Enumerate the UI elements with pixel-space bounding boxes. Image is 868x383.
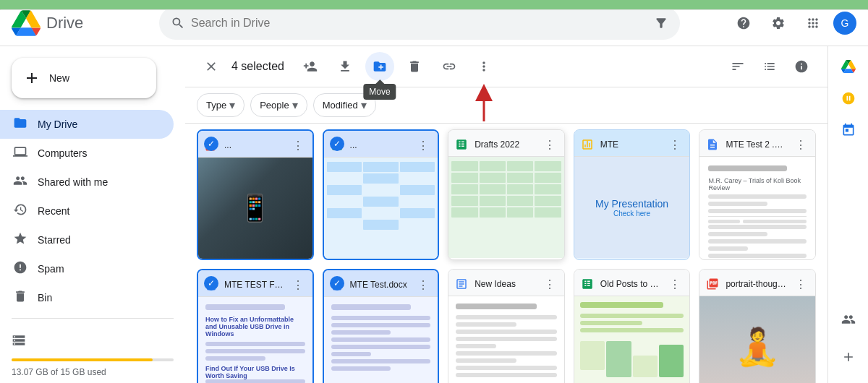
grid-section: ✓ ... ⋮ 📱 — [185, 124, 827, 383]
grid-item[interactable]: ✓ ... ⋮ — [323, 129, 440, 260]
shared-icon — [12, 173, 29, 192]
grid-item-header: ✓ ... ⋮ — [324, 131, 438, 158]
sidebar-item-recent[interactable]: Recent — [0, 197, 174, 225]
help-button[interactable] — [729, 9, 758, 38]
grid-item[interactable]: Drafts 2022 ⋮ — [448, 129, 565, 260]
settings-button[interactable] — [764, 9, 793, 38]
file-preview — [324, 297, 438, 383]
sidebar-divider — [12, 318, 174, 319]
avatar[interactable]: G — [833, 12, 856, 35]
toolbar: 4 selected Move — [185, 46, 827, 87]
file-preview: M.R. Carey – Trials of Koli Book Review — [699, 157, 815, 258]
sidebar-label-my-drive: My Drive — [38, 119, 77, 130]
grid-item-header: Drafts 2022 ⋮ — [448, 130, 564, 157]
add-app-sidebar-icon[interactable] — [834, 343, 863, 371]
grid-item[interactable]: Old Posts to Upd... ⋮ — [574, 269, 691, 383]
more-options-btn[interactable]: ⋮ — [792, 275, 809, 293]
sidebar-item-bin[interactable]: Bin — [0, 283, 174, 312]
people-chevron-icon: ▾ — [292, 98, 298, 112]
my-drive-icon — [12, 116, 29, 134]
link-button[interactable] — [435, 52, 464, 81]
file-name: ... — [224, 140, 284, 150]
grid-item-header: ✓ MTE Test.docx ⋮ — [324, 270, 438, 297]
new-button[interactable]: New — [12, 58, 156, 98]
sidebar-item-starred[interactable]: Starred — [0, 225, 174, 254]
sidebar-label-shared: Shared with me — [38, 176, 108, 188]
file-name: ... — [350, 140, 409, 150]
grid-item-header: portrait-thought... ⋮ — [699, 270, 815, 296]
storage-area: 13.07 GB of 15 GB used Get more storage — [0, 324, 185, 383]
selected-count: 4 selected — [231, 60, 284, 73]
grid-item[interactable]: ✓ MTE Test.docx ⋮ — [323, 269, 440, 383]
search-bar[interactable] — [159, 7, 680, 40]
computers-icon — [12, 145, 29, 163]
more-options-btn[interactable]: ⋮ — [414, 137, 432, 154]
grid-item-header: ✓ MTE TEST File.d... ⋮ — [198, 270, 312, 297]
sidebar-label-spam: Spam — [38, 263, 64, 275]
file-preview — [448, 296, 564, 383]
storage-bar-bg — [12, 358, 174, 361]
grid-item-header: MTE ⋮ — [574, 130, 690, 157]
more-options-btn[interactable]: ⋮ — [289, 137, 307, 154]
more-options-btn[interactable]: ⋮ — [666, 275, 684, 293]
drive-sidebar-icon[interactable] — [834, 52, 863, 81]
file-name: Old Posts to Upd... — [600, 279, 661, 289]
filter-people[interactable]: People ▾ — [250, 93, 307, 117]
type-chevron-icon: ▾ — [229, 98, 235, 112]
storage-bar-fill — [12, 358, 153, 361]
info-button[interactable] — [787, 52, 816, 81]
search-input[interactable] — [191, 17, 648, 30]
delete-button[interactable] — [400, 52, 429, 81]
right-sidebar — [827, 46, 868, 383]
sidebar-item-spam[interactable]: Spam — [0, 254, 174, 283]
file-type-icon — [705, 137, 720, 152]
grid-item[interactable]: ✓ ... ⋮ 📱 — [197, 129, 314, 260]
content-area: 4 selected Move — [185, 46, 827, 383]
sidebar-item-computers[interactable]: Computers — [0, 139, 174, 168]
file-name: Drafts 2022 — [475, 139, 535, 150]
sidebar-item-my-drive[interactable]: My Drive — [0, 110, 174, 139]
file-preview — [574, 296, 690, 383]
starred-icon — [12, 231, 29, 249]
move-button[interactable] — [365, 52, 394, 81]
sidebar-item-shared[interactable]: Shared with me — [0, 168, 174, 197]
grid-item[interactable]: New Ideas ⋮ — [448, 269, 565, 383]
more-button[interactable] — [469, 52, 498, 81]
people-sidebar-icon[interactable] — [834, 305, 863, 334]
more-options-btn[interactable]: ⋮ — [666, 136, 684, 153]
header-actions: G — [729, 9, 856, 38]
grid-item[interactable]: ✓ MTE TEST File.d... ⋮ How to Fix an Unf… — [197, 269, 314, 383]
file-grid: ✓ ... ⋮ 📱 — [197, 129, 816, 383]
docs-sidebar-icon[interactable] — [834, 84, 863, 113]
more-options-btn[interactable]: ⋮ — [541, 275, 558, 293]
list-view-button[interactable] — [755, 52, 784, 81]
drive-logo-icon — [12, 9, 41, 38]
main-layout: New My Drive Computers Shared with me — [0, 46, 868, 383]
filter-icon[interactable] — [654, 16, 668, 30]
bin-icon — [12, 289, 29, 307]
grid-item-header: ✓ ... ⋮ — [198, 131, 312, 158]
close-selection-button[interactable] — [197, 52, 226, 81]
sort-button[interactable] — [723, 52, 752, 81]
filter-modified[interactable]: Modified ▾ — [313, 93, 376, 117]
file-type-icon — [705, 277, 720, 291]
grid-item[interactable]: MTE Test 2 .docx ⋮ M.R. Carey – Trials o… — [699, 129, 816, 260]
grid-item[interactable]: portrait-thought... ⋮ 🧘 — [699, 269, 816, 383]
file-preview: 🧘 — [699, 296, 815, 383]
filter-type[interactable]: Type ▾ — [197, 93, 244, 117]
selected-checkbox: ✓ — [204, 276, 218, 291]
add-people-button[interactable] — [296, 52, 325, 81]
file-preview: 📱 — [198, 158, 312, 259]
storage-text: 13.07 GB of 15 GB used — [12, 367, 174, 377]
apps-button[interactable] — [799, 9, 827, 38]
more-options-btn[interactable]: ⋮ — [541, 136, 558, 153]
more-options-btn[interactable]: ⋮ — [414, 276, 432, 293]
grid-item[interactable]: MTE ⋮ My Presentation Check here — [574, 129, 691, 260]
file-preview — [324, 158, 438, 259]
more-options-btn[interactable]: ⋮ — [792, 136, 809, 153]
more-options-btn[interactable]: ⋮ — [289, 276, 307, 293]
new-plus-icon — [23, 69, 41, 87]
calendar-sidebar-icon[interactable] — [834, 116, 863, 145]
sidebar-label-recent: Recent — [38, 205, 69, 217]
download-button[interactable] — [331, 52, 359, 81]
